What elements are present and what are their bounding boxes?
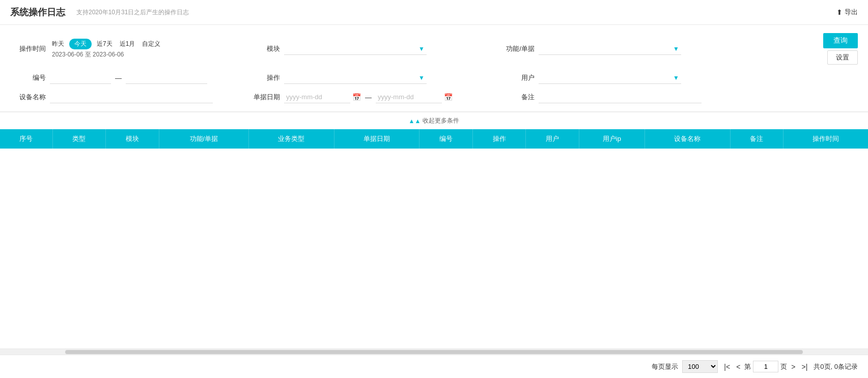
col-user-ip: 用户ip [579,129,645,149]
operation-select[interactable] [284,72,427,84]
col-operation: 操作 [472,129,525,149]
scrollbar-thumb [65,350,803,354]
col-code: 编号 [419,129,472,149]
query-button[interactable]: 查询 [823,33,858,48]
page-label: 第 [744,362,751,371]
col-remark: 备注 [730,129,783,149]
total-text: 共0页, 0条记录 [814,362,858,371]
right-actions: 查询 设置 [823,33,858,65]
time-btn-1month[interactable]: 近1月 [118,39,137,49]
voucher-date-filter-col: 单据日期 📅 — 📅 [244,91,499,103]
time-filter-col: 操作时间 昨天 今天 近7天 近1月 自定义 2023-06-06 至 2023… [10,39,244,59]
collapse-button[interactable]: ▲▲ 收起更多条件 [409,117,460,125]
page-header: 系统操作日志 支持2020年10月31日之后产生的操作日志 ⬆ 导出 [0,0,868,25]
time-btn-custom[interactable]: 自定义 [140,39,162,49]
time-btn-yesterday[interactable]: 昨天 [50,39,66,49]
page-suffix: 页 [780,362,787,371]
remark-label: 备注 [499,93,535,102]
pagination-nav: |< < 第 页 > >| [722,361,809,372]
module-filter-col: 模块 ▼ [244,43,499,55]
module-select-wrapper: ▼ [284,43,427,55]
code-separator: — [115,74,122,82]
device-filter-col: 设备名称 [10,91,244,103]
empty-area [0,170,868,348]
time-buttons: 昨天 今天 近7天 近1月 自定义 [50,39,162,49]
date-from-input[interactable] [284,91,350,103]
table-header: 序号 类型 模块 功能/单据 业务类型 单据日期 编号 操作 用户 用户ip 设… [0,129,868,149]
export-button[interactable]: ⬆ 导出 [836,8,858,17]
code-input-from[interactable] [50,72,111,84]
calendar-to-icon[interactable]: 📅 [444,93,453,101]
func-filter-col: 功能/单据 ▼ 查询 设置 [499,33,858,65]
export-icon: ⬆ [836,8,843,16]
operation-select-wrapper: ▼ [284,72,427,84]
func-select-wrapper: ▼ [539,43,681,55]
user-select[interactable] [539,72,681,84]
settings-button[interactable]: 设置 [827,50,858,65]
data-table: 序号 类型 模块 功能/单据 业务类型 单据日期 编号 操作 用户 用户ip 设… [0,129,868,149]
operation-label: 操作 [244,73,280,82]
col-user: 用户 [526,129,579,149]
table-wrapper: 序号 类型 模块 功能/单据 业务类型 单据日期 编号 操作 用户 用户ip 设… [0,129,868,170]
module-label: 模块 [244,44,280,53]
col-device: 设备名称 [645,129,730,149]
last-page-button[interactable]: >| [800,362,810,372]
voucher-date-label: 单据日期 [244,93,280,102]
device-label: 设备名称 [10,93,46,102]
remark-filter-col: 备注 [499,91,858,103]
page-title: 系统操作日志 [10,6,65,18]
date-to-input[interactable] [376,91,442,103]
page-subtitle: 支持2020年10月31日之后产生的操作日志 [76,8,189,17]
operation-filter-col: 操作 ▼ [244,72,499,84]
scrollbar-area[interactable] [0,348,868,355]
page-input[interactable] [753,361,778,372]
prev-page-button[interactable]: < [734,362,742,372]
per-page-select[interactable]: 100 50 200 [682,360,718,373]
remark-input[interactable] [539,91,702,103]
func-select[interactable] [539,43,681,55]
time-btn-7days[interactable]: 近7天 [95,39,115,49]
collapse-up-icon: ▲▲ [409,118,421,125]
user-filter-col: 用户 ▼ [499,72,858,84]
filter-area: 操作时间 昨天 今天 近7天 近1月 自定义 2023-06-06 至 2023… [0,25,868,112]
table-header-row: 序号 类型 模块 功能/单据 业务类型 单据日期 编号 操作 用户 用户ip 设… [0,129,868,149]
col-type: 类型 [52,129,105,149]
col-index: 序号 [0,129,52,149]
col-module: 模块 [106,129,159,149]
module-select[interactable] [284,43,427,55]
time-range-text: 2023-06-06 至 2023-06-06 [52,50,162,59]
first-page-button[interactable]: |< [722,362,732,372]
per-page-label: 每页显示 [652,362,678,371]
col-op-time: 操作时间 [783,129,868,149]
func-label: 功能/单据 [499,44,535,53]
col-biz-type: 业务类型 [249,129,334,149]
pagination-bar: 每页显示 100 50 200 |< < 第 页 > >| 共0页, 0条记录 [0,355,868,378]
code-input-to[interactable] [126,72,207,84]
date-separator: — [365,94,372,101]
user-select-wrapper: ▼ [539,72,681,84]
col-func: 功能/单据 [159,129,248,149]
device-input[interactable] [50,91,213,103]
time-filter-group: 昨天 今天 近7天 近1月 自定义 2023-06-06 至 2023-06-0… [50,39,162,59]
time-btn-today[interactable]: 今天 [69,39,92,49]
calendar-from-icon[interactable]: 📅 [352,93,361,101]
time-label: 操作时间 [10,44,46,53]
next-page-button[interactable]: > [789,362,797,372]
user-label: 用户 [499,73,535,82]
col-voucher-date: 单据日期 [334,129,419,149]
code-filter-col: 编号 — [10,72,244,84]
page-container: 系统操作日志 支持2020年10月31日之后产生的操作日志 ⬆ 导出 操作时间 … [0,0,868,378]
collapse-bar[interactable]: ▲▲ 收起更多条件 [0,112,868,129]
code-label: 编号 [10,73,46,82]
